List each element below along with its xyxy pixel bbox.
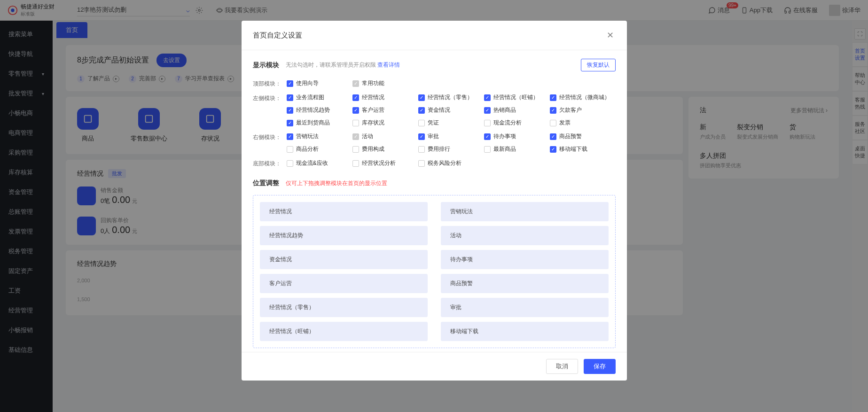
drag-module[interactable]: 经营情况 xyxy=(260,202,428,221)
group-label: 右侧模块： xyxy=(253,132,287,153)
position-hint: 仅可上下拖拽调整模块在首页的显示位置 xyxy=(286,179,387,187)
drag-module[interactable]: 资金情况 xyxy=(260,250,428,269)
checkbox-item: 活动 xyxy=(352,132,418,140)
drag-module[interactable]: 商品预警 xyxy=(441,274,609,293)
checkbox-item[interactable]: 营销玩法 xyxy=(287,132,352,140)
homepage-settings-modal: 首页自定义设置 ✕ 显示模块 无法勾选时，请联系管理员开启权限 查看详情 恢复默… xyxy=(242,21,627,381)
drag-module[interactable]: 移动端下载 xyxy=(441,322,609,341)
modal-footer: 取消 保存 xyxy=(242,352,627,381)
drag-module[interactable]: 待办事项 xyxy=(441,250,609,269)
modal-body: 显示模块 无法勾选时，请联系管理员开启权限 查看详情 恢复默认 顶部模块：使用向… xyxy=(242,50,627,352)
display-modules-title: 显示模块 xyxy=(253,61,279,70)
checkbox[interactable] xyxy=(484,94,491,101)
checkbox-item[interactable]: 移动端下载 xyxy=(550,145,616,153)
save-button[interactable]: 保存 xyxy=(584,359,616,374)
drag-module[interactable]: 营销玩法 xyxy=(441,202,609,221)
checkbox[interactable] xyxy=(287,133,293,140)
checkbox-group: 底部模块：现金流&应收经营状况分析税务风险分析 xyxy=(253,159,616,168)
checkbox[interactable] xyxy=(550,133,556,140)
drag-module[interactable]: 经营情况（旺铺） xyxy=(260,322,428,341)
checkbox[interactable] xyxy=(550,146,556,153)
checkbox-item[interactable]: 费用构成 xyxy=(352,145,418,153)
checkbox-item[interactable]: 税务风险分析 xyxy=(418,159,484,168)
checkbox-item[interactable]: 资金情况 xyxy=(418,106,484,114)
group-label: 左侧模块： xyxy=(253,93,287,127)
checkbox-item[interactable]: 经营状况分析 xyxy=(352,159,418,168)
checkbox[interactable] xyxy=(418,94,425,101)
checkbox-item[interactable]: 经营情况（微商城） xyxy=(550,93,616,101)
group-label: 顶部模块： xyxy=(253,79,287,88)
checkbox-item[interactable]: 发票 xyxy=(550,119,616,127)
checkbox[interactable] xyxy=(352,146,359,153)
checkbox[interactable] xyxy=(484,133,491,140)
checkbox[interactable] xyxy=(287,107,293,114)
checkbox-group: 顶部模块：使用向导常用功能 xyxy=(253,79,616,88)
restore-default-button[interactable]: 恢复默认 xyxy=(581,59,616,71)
checkbox-item[interactable]: 凭证 xyxy=(418,119,484,127)
checkbox[interactable] xyxy=(418,107,425,114)
checkbox-item[interactable]: 库存状况 xyxy=(352,119,418,127)
drag-module[interactable]: 经营情况趋势 xyxy=(260,226,428,245)
checkbox-item[interactable]: 经营情况（旺铺） xyxy=(484,93,550,101)
checkbox[interactable] xyxy=(352,107,359,114)
checkbox xyxy=(352,133,359,140)
checkbox-item[interactable]: 经营情况（零售） xyxy=(418,93,484,101)
checkbox[interactable] xyxy=(287,80,293,87)
checkbox-item[interactable]: 待办事项 xyxy=(484,132,550,140)
drag-module[interactable]: 经营情况（零售） xyxy=(260,298,428,317)
checkbox[interactable] xyxy=(418,133,425,140)
checkbox-item[interactable]: 审批 xyxy=(418,132,484,140)
checkbox[interactable] xyxy=(418,146,425,153)
modal-header: 首页自定义设置 ✕ xyxy=(242,21,627,50)
checkbox-item[interactable]: 商品预警 xyxy=(550,132,616,140)
checkbox[interactable] xyxy=(287,120,293,126)
checkbox-item[interactable]: 经营情况 xyxy=(352,93,418,101)
position-title: 位置调整 xyxy=(253,179,279,187)
checkbox[interactable] xyxy=(418,120,425,126)
checkbox[interactable] xyxy=(484,146,491,153)
modal-title: 首页自定义设置 xyxy=(253,31,302,40)
close-icon[interactable]: ✕ xyxy=(605,28,616,42)
checkbox[interactable] xyxy=(550,94,556,101)
checkbox-item[interactable]: 商品分析 xyxy=(287,145,352,153)
checkbox[interactable] xyxy=(550,120,556,126)
checkbox xyxy=(352,80,359,87)
checkbox[interactable] xyxy=(287,160,293,167)
checkbox[interactable] xyxy=(352,94,359,101)
checkbox-item[interactable]: 现金流&应收 xyxy=(287,159,352,168)
group-label: 底部模块： xyxy=(253,159,287,168)
display-modules-hint: 无法勾选时，请联系管理员开启权限 查看详情 xyxy=(286,61,400,69)
checkbox-item[interactable]: 最近到货商品 xyxy=(287,119,352,127)
drag-module[interactable]: 活动 xyxy=(441,226,609,245)
checkbox-item[interactable]: 业务流程图 xyxy=(287,93,352,101)
drag-module[interactable]: 客户运营 xyxy=(260,274,428,293)
cancel-button[interactable]: 取消 xyxy=(546,359,578,374)
checkbox-item: 常用功能 xyxy=(352,79,418,88)
checkbox-item[interactable]: 经营情况趋势 xyxy=(287,106,352,114)
modal-mask[interactable]: 首页自定义设置 ✕ 显示模块 无法勾选时，请联系管理员开启权限 查看详情 恢复默… xyxy=(0,0,868,412)
checkbox-item[interactable]: 最新商品 xyxy=(484,145,550,153)
checkbox[interactable] xyxy=(550,107,556,114)
view-details-link[interactable]: 查看详情 xyxy=(377,62,400,68)
checkbox[interactable] xyxy=(352,160,359,167)
checkbox-item[interactable]: 客户运营 xyxy=(352,106,418,114)
checkbox[interactable] xyxy=(287,94,293,101)
checkbox[interactable] xyxy=(484,120,491,126)
checkbox-item[interactable]: 热销商品 xyxy=(484,106,550,114)
checkbox-group: 右侧模块：营销玩法活动审批待办事项商品预警商品分析费用构成费用排行最新商品移动端… xyxy=(253,132,616,153)
checkbox[interactable] xyxy=(418,160,425,167)
checkbox-item[interactable]: 费用排行 xyxy=(418,145,484,153)
checkbox-item[interactable]: 使用向导 xyxy=(287,79,352,88)
checkbox-group: 左侧模块：业务流程图经营情况经营情况（零售）经营情况（旺铺）经营情况（微商城）经… xyxy=(253,93,616,127)
drag-module[interactable]: 审批 xyxy=(441,298,609,317)
checkbox[interactable] xyxy=(352,120,359,126)
drag-area: 经营情况营销玩法经营情况趋势活动资金情况待办事项客户运营商品预警经营情况（零售）… xyxy=(253,195,616,348)
checkbox-item[interactable]: 现金流分析 xyxy=(484,119,550,127)
checkbox[interactable] xyxy=(287,146,293,153)
checkbox-item[interactable]: 欠款客户 xyxy=(550,106,616,114)
checkbox[interactable] xyxy=(484,107,491,114)
